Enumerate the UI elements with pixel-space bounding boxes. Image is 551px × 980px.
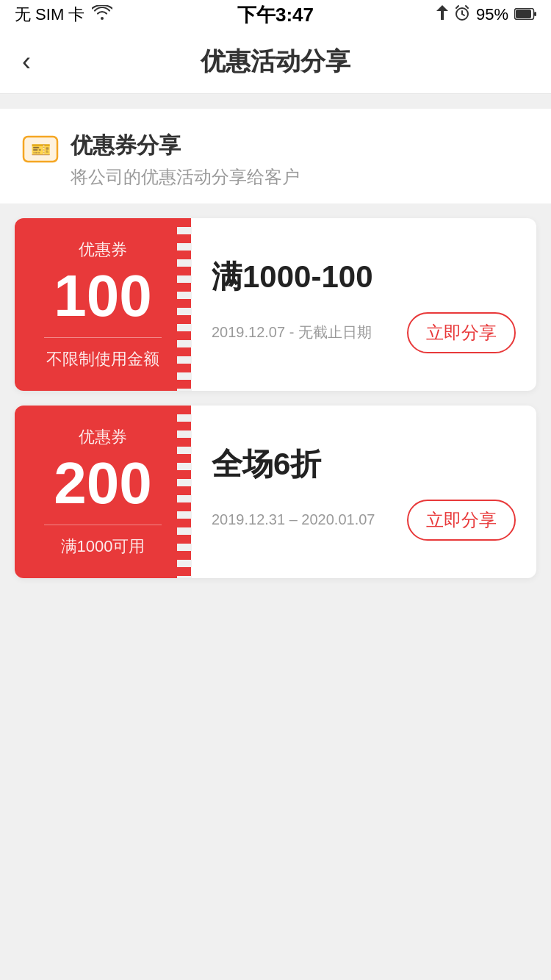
coupon-bottom-2: 2019.12.31 – 2020.01.07 立即分享 <box>212 500 516 541</box>
share-button-2[interactable]: 立即分享 <box>407 500 516 541</box>
empty-area <box>0 593 551 980</box>
status-right: 95% <box>436 4 536 25</box>
svg-text:🎫: 🎫 <box>31 140 51 159</box>
battery-icon <box>514 5 536 24</box>
coupon-date-1: 2019.12.07 - 无截止日期 <box>212 323 400 342</box>
back-button[interactable]: ‹ <box>22 46 31 77</box>
location-icon <box>436 5 448 24</box>
page-title: 优惠活动分享 <box>201 45 350 79</box>
coupon-type-label-2: 优惠券 <box>79 426 127 448</box>
coupon-left-2: 优惠券 200 满1000可用 <box>15 406 191 578</box>
coupon-amount-1: 100 <box>54 267 151 325</box>
alarm-icon <box>454 4 470 25</box>
svg-rect-7 <box>516 10 531 18</box>
svg-line-2 <box>462 14 464 15</box>
share-button-1[interactable]: 立即分享 <box>407 312 516 353</box>
svg-line-3 <box>456 6 458 8</box>
status-left: 无 SIM 卡 <box>15 4 112 26</box>
carrier-text: 无 SIM 卡 <box>15 4 84 26</box>
coupon-type-label-1: 优惠券 <box>79 239 127 261</box>
nav-bar: ‹ 优惠活动分享 <box>0 29 551 94</box>
coupon-list: 优惠券 100 不限制使用金额 满1000-100 2019.12.07 - 无… <box>0 203 551 593</box>
coupon-right-1: 满1000-100 2019.12.07 - 无截止日期 立即分享 <box>191 218 536 391</box>
coupon-card-2: 优惠券 200 满1000可用 全场6折 2019.12.31 – 2020.0… <box>15 406 536 578</box>
coupon-divider-1 <box>44 337 162 338</box>
coupon-card-1: 优惠券 100 不限制使用金额 满1000-100 2019.12.07 - 无… <box>15 218 536 391</box>
status-bar: 无 SIM 卡 下午3:47 95% <box>0 0 551 29</box>
coupon-divider-2 <box>44 525 162 525</box>
coupon-bottom-1: 2019.12.07 - 无截止日期 立即分享 <box>212 312 516 353</box>
coupon-date-2: 2019.12.31 – 2020.01.07 <box>212 511 400 528</box>
section-title: 优惠券分享 <box>71 131 300 161</box>
section-header: 🎫 优惠券分享 将公司的优惠活动分享给客户 <box>0 109 551 203</box>
coupon-share-icon: 🎫 <box>22 131 59 167</box>
coupon-condition-1: 不限制使用金额 <box>46 348 159 370</box>
coupon-left-1: 优惠券 100 不限制使用金额 <box>15 218 191 391</box>
battery-text: 95% <box>476 5 508 24</box>
section-subtitle: 将公司的优惠活动分享给客户 <box>71 165 300 189</box>
svg-line-4 <box>466 6 468 8</box>
coupon-amount-2: 200 <box>54 454 151 513</box>
wifi-icon <box>92 5 112 24</box>
section-text: 优惠券分享 将公司的优惠活动分享给客户 <box>71 131 300 189</box>
coupon-name-2: 全场6折 <box>212 444 516 485</box>
status-time: 下午3:47 <box>237 2 314 28</box>
coupon-condition-2: 满1000可用 <box>61 536 145 558</box>
coupon-right-2: 全场6折 2019.12.31 – 2020.01.07 立即分享 <box>191 406 536 578</box>
svg-rect-6 <box>534 12 536 16</box>
coupon-name-1: 满1000-100 <box>212 256 516 298</box>
